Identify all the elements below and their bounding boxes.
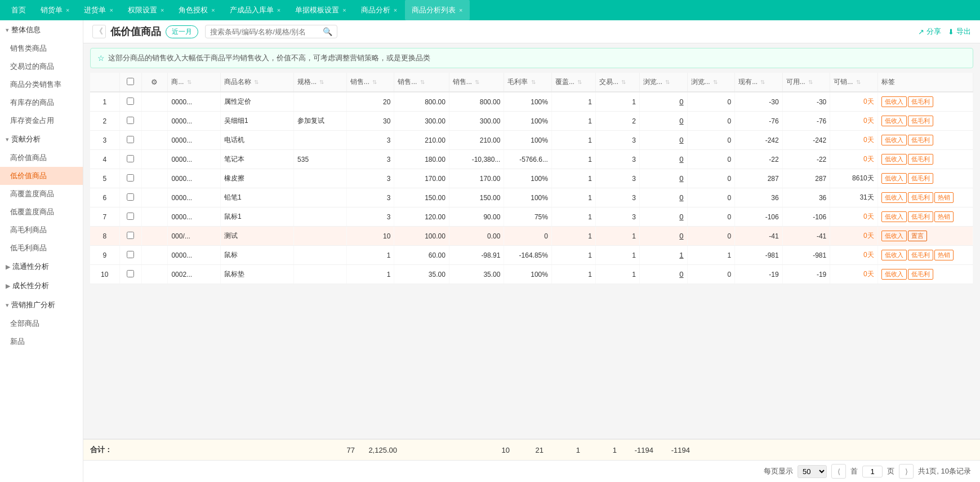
cell-spec: 535	[294, 150, 347, 169]
page-number-input[interactable]	[862, 466, 883, 477]
cell-avail: -30	[782, 92, 830, 112]
row-checkbox[interactable]	[127, 155, 134, 162]
nav-role-auth[interactable]: 角色授权 ×	[172, 0, 221, 20]
col-header-settings: ⚙	[141, 73, 168, 92]
collapse-button[interactable]: 《	[92, 25, 106, 38]
cell-sales-amount: 35.00	[394, 265, 449, 284]
cell-sales-qty: 3	[346, 207, 394, 227]
browse1-value[interactable]: 1	[679, 251, 683, 259]
cell-check	[119, 150, 141, 169]
cell-sales-amount: 180.00	[394, 150, 449, 169]
nav-template-settings[interactable]: 单据模板设置 ×	[288, 0, 353, 20]
browse1-value[interactable]: 0	[679, 270, 683, 278]
col-header-current: 现有... ⇅	[735, 73, 783, 92]
row-checkbox[interactable]	[127, 117, 134, 124]
browse1-value[interactable]: 0	[679, 193, 683, 202]
sidebar-item-low-margin[interactable]: 低毛利商品	[0, 239, 83, 257]
nav-home[interactable]: 首页	[5, 0, 33, 20]
sidebar-group-growth[interactable]: ▶ 成长性分析	[0, 276, 83, 295]
filter-recent-month-button[interactable]: 近一月	[166, 25, 198, 38]
row-checkbox[interactable]	[127, 193, 134, 201]
cell-sellable: 0天	[830, 150, 878, 169]
row-checkbox[interactable]	[127, 98, 134, 105]
close-icon[interactable]: ×	[394, 7, 397, 14]
cell-sellable: 0天	[830, 131, 878, 150]
settings-icon[interactable]: ⚙	[151, 78, 158, 86]
close-icon[interactable]: ×	[211, 7, 215, 14]
export-button[interactable]: ⬇ 导出	[948, 26, 971, 37]
nav-purchase-order[interactable]: 进货单 ×	[77, 0, 119, 20]
select-all-checkbox[interactable]	[127, 78, 134, 85]
tag-badge: 低收入	[881, 250, 907, 260]
nav-product-analysis[interactable]: 商品分析 ×	[354, 0, 404, 20]
search-input[interactable]	[210, 28, 323, 36]
cell-browse2: 0	[687, 112, 735, 131]
sidebar-item-low-value[interactable]: 低价值商品	[0, 167, 83, 185]
cell-spec	[294, 169, 347, 188]
cell-browse2: 0	[687, 227, 735, 246]
cell-code: 0000...	[168, 92, 221, 112]
tag-badge: 置言	[908, 231, 927, 241]
sidebar-item-new-goods[interactable]: 新品	[0, 333, 83, 351]
cell-sellable: 0天	[830, 227, 878, 246]
nav-product-analysis-list[interactable]: 商品分析列表 ×	[405, 0, 469, 20]
col-header-tag: 标签	[877, 73, 973, 92]
row-checkbox[interactable]	[127, 136, 134, 143]
sidebar-item-high-value[interactable]: 高价值商品	[0, 149, 83, 167]
cell-tags: 低收入低毛利热销	[877, 188, 973, 207]
sidebar-item-all-goods[interactable]: 全部商品	[0, 315, 83, 333]
row-checkbox[interactable]	[127, 232, 134, 239]
cell-num: 8	[90, 227, 119, 246]
close-icon[interactable]: ×	[277, 7, 280, 14]
cell-current: -41	[735, 227, 783, 246]
sidebar-item-traded-goods[interactable]: 交易过的商品	[0, 58, 83, 76]
browse1-value[interactable]: 0	[679, 117, 683, 125]
close-icon[interactable]: ×	[459, 7, 462, 14]
next-page-button[interactable]: ⟩	[899, 464, 914, 479]
close-icon[interactable]: ×	[66, 7, 69, 14]
sidebar-group-overall[interactable]: ▾ 整体信息	[0, 20, 83, 39]
browse1-value[interactable]: 0	[679, 98, 683, 106]
browse1-value[interactable]: 0	[679, 213, 683, 221]
browse1-value[interactable]: 0	[679, 174, 683, 183]
first-page-button[interactable]: ⟨	[831, 464, 846, 479]
cell-sales-qty: 3	[346, 131, 394, 150]
sidebar-item-stock-goods[interactable]: 有库存的商品	[0, 94, 83, 112]
close-icon[interactable]: ×	[109, 7, 113, 14]
row-checkbox[interactable]	[127, 213, 134, 220]
sidebar-item-sales-goods[interactable]: 销售类商品	[0, 39, 83, 58]
sidebar-group-circulation[interactable]: ▶ 流通性分析	[0, 257, 83, 276]
table-row: 2 0000... 吴细细1 参加复试 30 300.00 300.00 100…	[90, 112, 973, 131]
browse1-value[interactable]: 0	[679, 136, 683, 144]
browse1-value[interactable]: 0	[679, 155, 683, 163]
cell-spec	[294, 265, 347, 284]
cell-sales-qty: 20	[346, 92, 394, 112]
nav-permission-settings[interactable]: 权限设置 ×	[121, 0, 171, 20]
sidebar-group-contribution[interactable]: ▾ 贡献分析	[0, 130, 83, 149]
cell-code: 0000...	[168, 169, 221, 188]
share-button[interactable]: ↗ 分享	[918, 26, 941, 37]
cell-current: -30	[735, 92, 783, 112]
search-icon[interactable]: 🔍	[323, 27, 332, 36]
close-icon[interactable]: ×	[161, 7, 164, 14]
cell-browse1: 0	[640, 207, 688, 227]
sidebar-item-category-rate[interactable]: 商品分类销售率	[0, 76, 83, 94]
info-icon: ☆	[97, 54, 105, 63]
browse1-value[interactable]: 0	[679, 232, 683, 240]
sidebar-item-low-coverage[interactable]: 低覆盖度商品	[0, 203, 83, 221]
cell-actions	[141, 265, 168, 284]
sidebar-item-high-margin[interactable]: 高毛利商品	[0, 221, 83, 239]
row-checkbox[interactable]	[127, 251, 134, 258]
col-header-gross-rate: 毛利率 ⇅	[504, 73, 552, 92]
sidebar-group-marketing[interactable]: ▾ 营销推广分析	[0, 295, 83, 315]
nav-product-warehouse[interactable]: 产成品入库单 ×	[223, 0, 287, 20]
row-checkbox[interactable]	[127, 174, 134, 182]
cell-browse1: 0	[640, 227, 688, 246]
sidebar-item-high-coverage[interactable]: 高覆盖度商品	[0, 185, 83, 203]
sidebar-item-stock-fund[interactable]: 库存资金占用	[0, 112, 83, 130]
nav-sales-order[interactable]: 销货单 ×	[34, 0, 76, 20]
row-checkbox[interactable]	[127, 270, 134, 277]
per-page-select[interactable]: 50 10 20 100	[798, 465, 827, 478]
cell-cover: 1	[551, 265, 595, 284]
close-icon[interactable]: ×	[342, 7, 346, 14]
